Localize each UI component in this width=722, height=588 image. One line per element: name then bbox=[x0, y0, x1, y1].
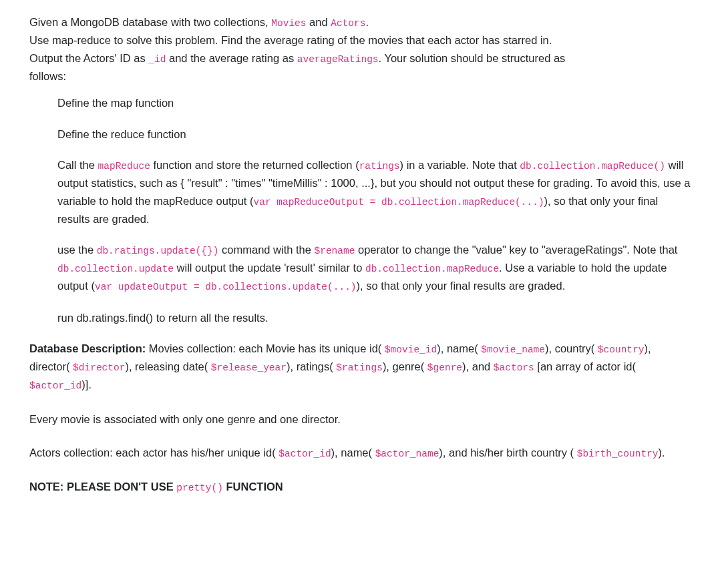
code-birth-country: $birth_country bbox=[577, 449, 659, 459]
text: ), and bbox=[462, 360, 494, 372]
intro-paragraph: Given a MongoDB database with two collec… bbox=[29, 13, 693, 85]
text: Define the map function bbox=[57, 97, 174, 109]
note-line: NOTE: PLEASE DON'T USE pretty() FUNCTION bbox=[29, 478, 693, 496]
code-ratings: ratings bbox=[359, 161, 400, 172]
text: Call the bbox=[57, 159, 98, 171]
code-actor-id: $actor_id bbox=[279, 449, 331, 459]
code-averageratings: averageRatings bbox=[297, 54, 379, 65]
text: Use map-reduce to solve this problem. Fi… bbox=[29, 34, 552, 46]
code-movies: Movies bbox=[271, 18, 306, 29]
text: function and store the returned collecti… bbox=[150, 159, 359, 171]
text: operator to change the "value" key to "a… bbox=[355, 244, 677, 256]
actors-description: Actors collection: each actor has his/he… bbox=[29, 444, 693, 462]
text: Actors collection: each actor has his/he… bbox=[29, 447, 279, 459]
code-ratings-update: db.ratings.update({}) bbox=[97, 246, 219, 256]
code-mapreduce: mapReduce bbox=[98, 161, 150, 172]
note-suffix: FUNCTION bbox=[223, 481, 283, 493]
code-ratings: $ratings bbox=[336, 362, 383, 373]
text: ), ratings( bbox=[287, 360, 336, 372]
genre-line: Every movie is associated with only one … bbox=[29, 410, 693, 428]
code-country: $country bbox=[598, 344, 645, 355]
text: [an array of actor id( bbox=[534, 360, 636, 372]
code-var-mapreduce: var mapReduceOutput = db.collection.mapR… bbox=[254, 197, 544, 208]
text: ), name( bbox=[331, 447, 375, 459]
step-define-reduce: Define the reduce function bbox=[57, 125, 693, 143]
code-collection-mapreduce: db.collection.mapReduce bbox=[365, 264, 499, 274]
code-movie-name: $movie_name bbox=[481, 344, 545, 355]
step-define-map: Define the map function bbox=[57, 94, 693, 111]
text: . Your solution should be structured as bbox=[379, 52, 566, 64]
code-director: $director bbox=[73, 362, 125, 373]
text: ), releasing date( bbox=[125, 360, 210, 372]
text: and the average rating as bbox=[166, 52, 297, 64]
code-actors: $actors bbox=[494, 362, 534, 373]
text: ), name( bbox=[437, 342, 481, 354]
text: Output the Actors' ID as bbox=[29, 52, 148, 64]
text: ), and his/her birth country ( bbox=[439, 447, 576, 459]
code-id: _id bbox=[148, 54, 166, 65]
text: ), genre( bbox=[383, 360, 427, 372]
step-call-mapreduce: Call the mapReduce function and store th… bbox=[57, 156, 693, 228]
text: ), country( bbox=[545, 342, 598, 354]
text: ), so that only your final results are g… bbox=[357, 280, 566, 292]
text: Given a MongoDB database with two collec… bbox=[29, 16, 271, 28]
code-actors: Actors bbox=[331, 18, 365, 29]
text: and bbox=[307, 16, 331, 28]
step-find: run db.ratings.find() to return all the … bbox=[57, 309, 693, 326]
text: )]. bbox=[81, 378, 92, 390]
steps-list: Define the map function Define the reduc… bbox=[29, 94, 693, 326]
text: run db.ratings.find() to return all the … bbox=[57, 312, 268, 324]
text: ). bbox=[659, 447, 665, 459]
code-release-year: $release_year bbox=[211, 362, 287, 373]
code-var-update: var updateOutput = db.collections.update… bbox=[95, 282, 357, 292]
text: Every movie is associated with only one … bbox=[29, 413, 341, 425]
database-description: Database Description: Movies collection:… bbox=[29, 340, 693, 394]
document-body: Given a MongoDB database with two collec… bbox=[0, 0, 722, 519]
step-update: use the db.ratings.update({}) command wi… bbox=[57, 241, 693, 296]
code-pretty: pretty() bbox=[176, 483, 223, 493]
code-db-collection-mapreduce: db.collection.mapReduce() bbox=[520, 161, 665, 172]
text: follows: bbox=[29, 70, 66, 82]
text: ) in a variable. Note that bbox=[400, 159, 520, 171]
code-rename: $rename bbox=[315, 246, 355, 256]
code-genre: $genre bbox=[427, 362, 462, 373]
text: Define the reduce function bbox=[57, 128, 186, 140]
text: . bbox=[365, 16, 369, 28]
note-prefix: NOTE: PLEASE DON'T USE bbox=[29, 481, 176, 493]
code-movie-id: $movie_id bbox=[385, 344, 437, 355]
text: command with the bbox=[218, 244, 314, 256]
text: Movies collection: each Movie has its un… bbox=[146, 342, 385, 354]
text: use the bbox=[57, 244, 97, 256]
code-actor-id: $actor_id bbox=[29, 380, 81, 391]
code-collection-update: db.collection.update bbox=[57, 264, 174, 274]
code-actor-name: $actor_name bbox=[375, 449, 439, 459]
db-desc-heading: Database Description: bbox=[29, 342, 146, 354]
text: will output the update 'result' similar … bbox=[174, 262, 365, 274]
